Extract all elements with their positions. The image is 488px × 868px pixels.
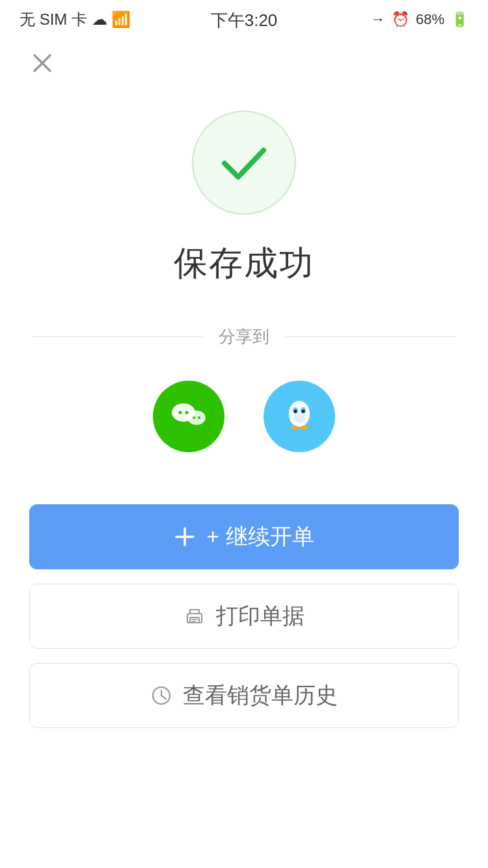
status-bar: 无 SIM 卡 ☁ 📶 下午3:20 → ⏰ 68% 🔋 <box>0 0 488 39</box>
plus-icon <box>174 526 196 548</box>
svg-point-6 <box>193 416 195 419</box>
printer-icon <box>183 605 206 627</box>
divider-line-left <box>33 336 203 337</box>
svg-rect-20 <box>190 617 199 623</box>
view-history-button[interactable]: 查看销货单历史 <box>29 663 459 728</box>
clock-icon <box>150 685 172 707</box>
svg-point-4 <box>179 411 182 414</box>
svg-point-14 <box>291 426 299 429</box>
battery-icon: 🔋 <box>451 11 468 28</box>
svg-point-12 <box>302 410 305 413</box>
share-icons-row <box>153 381 335 452</box>
view-history-label: 查看销货单历史 <box>183 681 338 711</box>
checkmark-icon <box>215 133 273 192</box>
svg-point-15 <box>300 426 308 429</box>
status-time: 下午3:20 <box>211 9 278 32</box>
navigation-icon: → <box>371 11 385 28</box>
wechat-share-button[interactable] <box>153 381 224 452</box>
main-content: 保存成功 分享到 <box>0 39 488 728</box>
success-title: 保存成功 <box>174 241 314 286</box>
share-divider: 分享到 <box>0 325 488 348</box>
svg-point-7 <box>198 416 200 419</box>
divider-line-right <box>285 336 455 337</box>
status-right: → ⏰ 68% 🔋 <box>371 11 468 28</box>
svg-point-16 <box>293 413 305 423</box>
status-left: 无 SIM 卡 ☁ 📶 <box>20 9 131 30</box>
print-receipt-label: 打印单据 <box>216 601 305 631</box>
wechat-icon <box>167 394 211 439</box>
action-buttons: + 继续开单 打印单据 查看销货单历史 <box>29 504 459 728</box>
continue-order-button[interactable]: + 继续开单 <box>29 504 459 569</box>
qq-icon <box>277 394 321 439</box>
alarm-icon: ⏰ <box>392 11 409 28</box>
battery-text: 68% <box>416 11 444 28</box>
svg-point-5 <box>185 411 189 414</box>
share-label: 分享到 <box>203 325 285 348</box>
continue-order-label: + 继续开单 <box>206 522 314 552</box>
svg-point-3 <box>187 411 206 425</box>
qq-share-button[interactable] <box>264 381 335 452</box>
svg-line-25 <box>161 696 166 699</box>
svg-point-10 <box>294 410 297 413</box>
success-icon-circle <box>192 111 296 215</box>
print-receipt-button[interactable]: 打印单据 <box>29 584 459 649</box>
close-button[interactable] <box>26 47 59 79</box>
